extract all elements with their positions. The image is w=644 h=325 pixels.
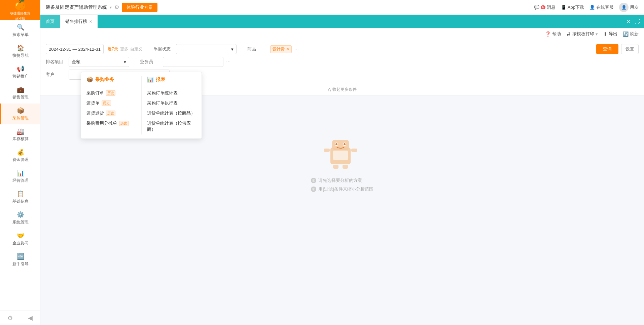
search-nav-icon: 🔍	[17, 24, 24, 31]
sidebar-item-quick-nav[interactable]: 🏠 快捷导航	[0, 41, 40, 62]
settings-bottom-icon[interactable]: ⚙	[7, 314, 13, 322]
empty-text: ① 请先选择要分析的方案 ② 用[过滤]条件来缩小分析范围	[311, 176, 373, 194]
help-btn[interactable]: ❓ 帮助	[545, 31, 561, 37]
date-separator: —	[73, 47, 77, 52]
tab-expand-btn[interactable]: ⛶	[635, 18, 640, 25]
app-download-btn[interactable]: 📱 App下载	[561, 4, 584, 10]
sidebar-item-marketing[interactable]: 📢 营销推广	[0, 62, 40, 83]
collapse-text: 收起更多条件	[332, 87, 357, 92]
empty-illustration	[322, 136, 359, 169]
header-dropdown-arrow[interactable]: ▾	[110, 5, 112, 10]
dropdown-cols: 📦 采购业务 采购订单 历史 进货单 历史 进货退货 历史	[81, 76, 202, 134]
sidebar-item-operation[interactable]: 📊 经营管理	[0, 166, 40, 187]
industry-btn[interactable]: 体验行业方案	[122, 3, 157, 12]
sidebar-item-search[interactable]: 🔍 搜索菜单	[0, 20, 40, 41]
print-label: 按模板打印	[572, 31, 594, 37]
goods-label: 商品	[247, 46, 267, 52]
sidebar-item-capital[interactable]: 💰 资金管理	[0, 145, 40, 166]
header-left: 装备及固定资产辅助管理系统 ▾ ⚙ 体验行业方案	[46, 3, 157, 12]
report-col-title: 📊 报表	[147, 76, 196, 85]
enterprise-icon: 🤝	[17, 232, 24, 239]
online-service-btn[interactable]: 👤 在线客服	[589, 4, 614, 10]
collapse-sidebar-icon[interactable]: ◀	[28, 314, 33, 322]
message-icon: 💬	[534, 5, 539, 10]
sidebar-item-basic-info[interactable]: 📋 基础信息	[0, 187, 40, 208]
sales-icon: 💼	[17, 86, 24, 93]
sidebar-item-label: 销售管理	[12, 94, 29, 100]
empty-icon-wrapper	[322, 136, 362, 169]
voucher-status-select[interactable]: ▾	[176, 44, 237, 54]
svg-rect-10	[343, 165, 348, 169]
tab-close-btn[interactable]: ✕	[626, 18, 631, 25]
system-title: 装备及固定资产辅助管理系统	[46, 4, 107, 10]
settings-btn[interactable]: 设置	[621, 44, 639, 54]
user-label: 用友	[630, 4, 639, 10]
menu-item-stock-return[interactable]: 进货退货 历史	[86, 108, 136, 118]
btn-7days[interactable]: 近7天	[108, 46, 118, 52]
btn-more-date[interactable]: 更多	[120, 46, 128, 52]
sidebar-item-label: 搜索菜单	[12, 32, 29, 38]
tab-sales-rank[interactable]: 销售排行榜 ✕	[60, 15, 98, 28]
tab-home[interactable]: 首页	[40, 15, 60, 28]
top-header: 装备及固定资产辅助管理系统 ▾ ⚙ 体验行业方案 💬 6 消息 📱 App下载 …	[40, 0, 644, 15]
menu-item-stock-in[interactable]: 进货单 历史	[86, 98, 136, 108]
tab-sales-rank-label: 销售排行榜	[65, 18, 87, 25]
hist-badge-0: 历史	[106, 90, 115, 96]
btn-custom-date[interactable]: 自定义	[130, 46, 142, 52]
message-btn[interactable]: 💬 6 消息	[534, 4, 556, 10]
user-btn[interactable]: 👤 用友	[619, 3, 639, 12]
stock-in-stats-goods-label: 进货单统计表（按商品）	[147, 110, 195, 116]
rank-group: 排名项目 金额 ▾	[46, 57, 129, 67]
menu-item-purchase-order-stats[interactable]: 采购订单统计表	[147, 88, 196, 98]
export-btn[interactable]: ⬆ 导出	[603, 31, 617, 37]
step-1-text: 请先选择要分析的方案	[318, 176, 362, 185]
tab-close-icon[interactable]: ✕	[89, 19, 92, 24]
basic-info-icon: 📋	[17, 190, 24, 198]
sidebar-item-purchase[interactable]: 📦 采购管理	[0, 104, 40, 124]
sidebar-item-guide[interactable]: 🆕 新手引导	[0, 249, 40, 270]
svg-rect-8	[351, 149, 357, 152]
header-settings-icon[interactable]: ⚙	[114, 4, 119, 10]
sidebar-item-inventory[interactable]: 🏭 库存核算	[0, 124, 40, 145]
sidebar-item-sales[interactable]: 💼 销售管理	[0, 83, 40, 104]
goods-tag-close[interactable]: ✕	[286, 47, 289, 51]
goods-more[interactable]: ···	[294, 46, 299, 52]
sidebar-item-label: 库存核算	[12, 136, 29, 142]
hist-badge-1: 历史	[102, 100, 111, 106]
salesperson-select[interactable]	[163, 57, 223, 67]
refresh-label: 刷新	[630, 31, 639, 37]
menu-item-purchase-fee[interactable]: 采购费用分摊单 历史	[86, 118, 136, 128]
goods-tag[interactable]: 设计费 ✕	[270, 45, 292, 53]
print-btn[interactable]: 🖨 按模板打印 ▾	[566, 31, 598, 37]
goods-group: 商品 设计费 ✕ ···	[247, 45, 299, 53]
collapse-icon: ⋀	[328, 87, 331, 92]
voucher-status-label: 单据状态	[153, 46, 173, 52]
rank-select[interactable]: 金额 ▾	[69, 57, 129, 67]
purchase-col: 📦 采购业务 采购订单 历史 进货单 历史 进货退货 历史	[81, 76, 141, 134]
date-range-input[interactable]: 2024-12-31 — 2024-12-31	[46, 44, 104, 54]
export-label: 导出	[609, 31, 617, 37]
sidebar-nav: 🔍 搜索菜单 🏠 快捷导航 📢 营销推广 💼 销售管理 📦 采购管理 🏭 库存核…	[0, 20, 40, 311]
message-label: 消息	[547, 4, 556, 10]
app-download-label: App下载	[568, 4, 584, 10]
print-dropdown-icon[interactable]: ▾	[596, 32, 598, 37]
menu-item-stock-in-stats-goods[interactable]: 进货单统计表（按商品）	[147, 108, 196, 118]
print-icon: 🖨	[566, 31, 571, 37]
purchase-dropdown-menu: 📦 采购业务 采购订单 历史 进货单 历史 进货退货 历史	[81, 72, 202, 139]
step-2: ② 用[过滤]条件来缩小分析范围	[311, 185, 373, 194]
svg-point-4	[335, 143, 337, 145]
report-col: 📊 报表 采购订单统计表 采购订单执行表 进货单统计表（按商品） 进货单统计表（…	[141, 76, 202, 134]
customer-label: 客户	[46, 72, 66, 78]
refresh-btn[interactable]: 🔄 刷新	[623, 31, 639, 37]
salesperson-more[interactable]: ···	[226, 59, 230, 65]
purchase-col-label: 采购业务	[95, 77, 114, 83]
refresh-icon: 🔄	[623, 31, 629, 37]
menu-item-purchase-order-exec[interactable]: 采购订单执行表	[147, 98, 196, 108]
menu-item-stock-in-stats-supplier[interactable]: 进货单统计表（按供应商）	[147, 118, 196, 134]
query-btn[interactable]: 查询	[596, 44, 618, 54]
filter-actions: 查询 设置	[596, 44, 639, 54]
menu-item-purchase-order[interactable]: 采购订单 历史	[86, 88, 136, 98]
purchase-icon: 📦	[17, 107, 24, 114]
sidebar-item-system[interactable]: ⚙️ 系统管理	[0, 208, 40, 229]
sidebar-item-enterprise[interactable]: 🤝 企业协同	[0, 229, 40, 249]
